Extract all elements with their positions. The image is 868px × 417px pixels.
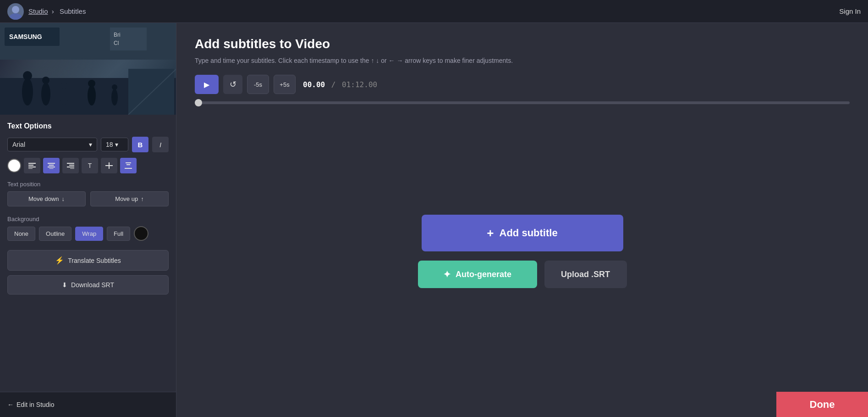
edit-in-studio-label: Edit in Studio	[16, 401, 55, 408]
svg-point-14	[61, 82, 67, 89]
translate-icon: ⚡	[55, 256, 64, 265]
secondary-buttons: ✦ Auto-generate Upload .SRT	[418, 261, 627, 288]
svg-text:SAMSUNG: SAMSUNG	[9, 33, 42, 40]
text-bottom-button[interactable]	[120, 158, 137, 173]
svg-rect-31	[67, 167, 74, 167]
move-down-label: Move down	[28, 195, 59, 202]
svg-rect-22	[28, 165, 33, 166]
header-left: Studio › Subtitles	[7, 3, 88, 20]
bg-none-button[interactable]: None	[7, 227, 35, 241]
svg-text:Bri: Bri	[114, 32, 121, 38]
page-title: Add subtitles to Video	[195, 37, 850, 51]
subtitles-label: Subtitles	[60, 7, 86, 15]
svg-point-11	[41, 83, 50, 106]
svg-point-9	[22, 78, 33, 106]
content-header: Add subtitles to Video Type and time you…	[176, 23, 868, 75]
subtitle-actions: + Add subtitle ✦ Auto-generate Upload .S…	[176, 113, 868, 417]
svg-rect-35	[126, 162, 131, 163]
rewind-button[interactable]: ↺	[223, 75, 242, 94]
text-color-picker[interactable]	[7, 159, 21, 172]
sidebar: SAMSUNG Bri Cl	[0, 23, 176, 417]
text-options-title: Text Options	[7, 122, 169, 130]
add-subtitle-button[interactable]: + Add subtitle	[422, 215, 623, 251]
move-up-button[interactable]: Move up ↑	[90, 191, 169, 206]
svg-rect-29	[67, 163, 74, 164]
video-preview: SAMSUNG Bri Cl	[0, 23, 176, 115]
back-arrow-icon: ←	[7, 401, 14, 408]
play-button[interactable]: ▶	[195, 75, 219, 94]
align-left-button[interactable]	[24, 158, 40, 173]
progress-bar-container	[176, 101, 868, 104]
italic-button[interactable]: I	[152, 137, 169, 152]
edit-in-studio-button[interactable]: ← Edit in Studio	[7, 401, 55, 408]
bg-outline-button[interactable]: Outline	[39, 227, 71, 241]
svg-rect-37	[125, 168, 132, 169]
svg-point-13	[60, 87, 68, 106]
time-display: 00.00 / 01:12.00	[303, 80, 377, 89]
breadcrumb: Studio › Subtitles	[28, 7, 88, 15]
svg-rect-5	[110, 28, 147, 50]
svg-point-12	[42, 77, 49, 84]
download-srt-button[interactable]: ⬇ Download SRT	[7, 275, 169, 295]
font-select[interactable]: Arial ▾	[7, 138, 97, 151]
playback-controls: ▶ ↺ -5s +5s 00.00 / 01:12.00	[176, 75, 868, 101]
translate-subtitles-label: Translate Subtitles	[68, 257, 121, 264]
auto-generate-button[interactable]: ✦ Auto-generate	[418, 261, 537, 288]
skip-forward-label: +5s	[280, 81, 289, 88]
svg-rect-30	[69, 165, 74, 166]
svg-rect-27	[48, 167, 55, 167]
move-down-button[interactable]: Move down ↓	[7, 191, 86, 206]
font-size-value: 18	[106, 141, 113, 148]
font-row: Arial ▾ 18 ▾ B I	[7, 137, 169, 152]
align-right-button[interactable]	[62, 158, 79, 173]
font-name: Arial	[12, 141, 25, 148]
align-row: T	[7, 158, 169, 173]
sidebar-content: Text Options Arial ▾ 18 ▾ B I	[0, 115, 176, 392]
translate-subtitles-button[interactable]: ⚡ Translate Subtitles	[7, 250, 169, 271]
svg-point-10	[23, 71, 32, 80]
bold-button[interactable]: B	[132, 137, 148, 152]
current-time: 00.00	[303, 80, 325, 89]
plus-icon: +	[487, 226, 494, 240]
text-bottom-icon	[125, 162, 132, 169]
svg-point-16	[88, 80, 95, 87]
time-separator: /	[331, 80, 340, 89]
upload-srt-button[interactable]: Upload .SRT	[544, 261, 627, 288]
bg-color-picker[interactable]	[134, 226, 148, 241]
sign-in-button[interactable]: Sign In	[839, 7, 861, 15]
auto-generate-label: Auto-generate	[456, 270, 511, 279]
size-dropdown-icon: ▾	[115, 141, 118, 148]
svg-rect-26	[49, 165, 54, 166]
progress-bar-track[interactable]	[195, 101, 850, 104]
progress-bar-handle[interactable]	[195, 99, 202, 106]
svg-rect-36	[126, 164, 130, 165]
studio-link[interactable]: Studio	[28, 7, 48, 15]
font-dropdown-icon: ▾	[89, 141, 92, 148]
arrow-up-icon: ↑	[141, 195, 144, 202]
header: Studio › Subtitles Sign In	[0, 0, 868, 23]
done-button[interactable]: Done	[776, 392, 868, 417]
video-scene: SAMSUNG Bri Cl	[0, 23, 176, 115]
skip-back-button[interactable]: -5s	[247, 75, 269, 94]
svg-rect-24	[28, 168, 33, 169]
text-position-label: Text position	[7, 181, 169, 188]
content-area: Add subtitles to Video Type and time you…	[176, 23, 868, 417]
svg-point-17	[111, 89, 118, 106]
align-right-icon	[67, 162, 74, 169]
download-icon: ⬇	[62, 281, 67, 289]
avatar	[7, 3, 24, 20]
arrow-down-icon: ↓	[61, 195, 65, 202]
auto-gen-icon: ✦	[443, 269, 451, 280]
bg-full-button[interactable]: Full	[107, 227, 130, 241]
bg-wrap-button[interactable]: Wrap	[75, 227, 103, 241]
svg-rect-25	[48, 163, 55, 164]
breadcrumb-separator: ›	[52, 7, 54, 15]
text-style-button[interactable]: T	[82, 158, 98, 173]
align-center-button[interactable]	[43, 158, 60, 173]
text-spacing-button[interactable]	[101, 158, 117, 173]
skip-forward-button[interactable]: +5s	[274, 75, 296, 94]
size-select[interactable]: 18 ▾	[101, 138, 128, 151]
svg-point-15	[88, 85, 96, 106]
download-srt-label: Download SRT	[71, 281, 114, 289]
position-row: Move down ↓ Move up ↑	[7, 191, 169, 206]
